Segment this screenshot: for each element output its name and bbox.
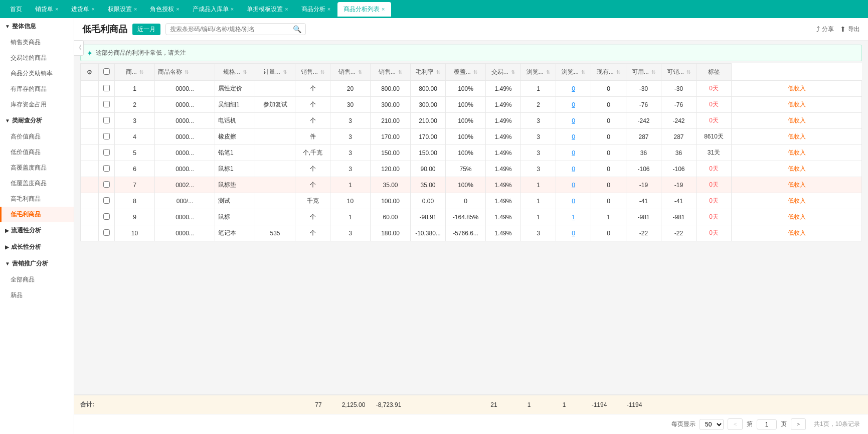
nav-permission-close[interactable]: × [134,6,137,12]
row-coverage: 1.49% [486,113,521,129]
page-number-input[interactable] [757,419,777,429]
row-view1[interactable]: 0 [556,145,591,161]
row-checkbox-1[interactable] [103,101,110,107]
row-current-stock: -106 [626,161,661,177]
row-gross-margin: 100% [446,177,486,193]
row-transaction: 3 [521,129,556,145]
row-view1[interactable]: 0 [556,225,591,241]
next-page-button[interactable]: ＞ [791,418,806,430]
row-checkbox-7[interactable] [103,197,110,204]
nav-template[interactable]: 单据模板设置 × [241,2,294,17]
row-checkbox-3[interactable] [103,133,110,139]
row-coverage: 1.49% [486,225,521,241]
row-checkbox-9[interactable] [103,229,110,236]
sidebar-group-flow[interactable]: ▶ 流通性分析 [0,222,74,239]
nav-sales-close[interactable]: × [55,6,58,12]
row-checkbox-5[interactable] [103,165,110,172]
row-settings-cell [81,209,99,225]
sidebar-group-marketing[interactable]: ▼ 营销推广分析 [0,255,74,272]
sidebar-item-sales-products[interactable]: 销售类商品 [0,35,74,50]
row-view1[interactable]: 0 [556,97,591,113]
row-checkbox-4[interactable] [103,149,110,156]
nav-sales[interactable]: 销货单 × [29,2,64,17]
sidebar-group-growth[interactable]: ▶ 成长性分析 [0,239,74,255]
col-name-header[interactable]: 商品名称 ⇅ [155,64,215,81]
col-transaction-header[interactable]: 交易... ⇅ [486,64,521,81]
table-row: 10 0000... 笔记本 535 个 3 180.00 -10,380...… [81,225,862,241]
col-sales-qty-header[interactable]: 销售... ⇅ [295,64,330,81]
sidebar-item-new-products[interactable]: 新品 [0,287,74,303]
col-gross-header[interactable]: 毛利率 ⇅ [411,64,446,81]
nav-finished-goods-close[interactable]: × [231,6,234,12]
col-settings[interactable]: ⚙ [81,64,99,81]
nav-role[interactable]: 角色授权 × [144,2,185,17]
sidebar-item-low-margin[interactable]: 低毛利商品 [0,207,74,222]
sidebar-item-all-products[interactable]: 全部商品 [0,272,74,287]
sidebar-item-in-stock[interactable]: 有库存的商品 [0,81,74,97]
col-unit-header[interactable]: 计量... ⇅ [255,64,295,81]
col-saleable-header[interactable]: 可销... ⇅ [661,64,697,81]
col-view2-header[interactable]: 浏览... ⇅ [556,64,591,81]
nav-template-close[interactable]: × [285,6,288,12]
nav-product-analysis[interactable]: 商品分析 × [295,2,336,17]
page-size-select[interactable]: 50 [700,419,724,430]
row-code: 0002... [155,177,215,193]
sidebar-item-low-coverage[interactable]: 低覆盖度商品 [0,176,74,191]
sidebar-item-high-value[interactable]: 高价值商品 [0,129,74,144]
row-check-cell [99,209,115,225]
row-checkbox-6[interactable] [103,181,110,188]
row-view2: 0 [591,97,626,113]
col-available-header[interactable]: 可用... ⇅ [626,64,661,81]
nav-product-analysis-list[interactable]: 商品分析列表 × [337,2,391,17]
sidebar-item-low-value[interactable]: 低价值商品 [0,144,74,160]
sidebar-group-category[interactable]: ▼ 类耐查分析 [0,112,74,129]
col-coverage-header[interactable]: 覆盖... ⇅ [446,64,486,81]
nav-purchase-close[interactable]: × [91,6,94,12]
row-code: 0000... [155,129,215,145]
nav-home[interactable]: 首页 [4,2,28,17]
nav-product-analysis-list-close[interactable]: × [382,6,385,12]
search-input[interactable] [170,26,293,33]
row-view1[interactable]: 1 [556,209,591,225]
row-view1[interactable]: 0 [556,193,591,209]
sidebar-item-capital[interactable]: 库存资金占用 [0,97,74,112]
share-button[interactable]: ⤴ 分享 [816,25,834,34]
nav-product-analysis-close[interactable]: × [327,6,330,12]
col-sales-amount-header[interactable]: 销售... ⇅ [371,64,411,81]
col-view1-header[interactable]: 浏览... ⇅ [521,64,556,81]
sidebar-item-high-coverage[interactable]: 高覆盖度商品 [0,160,74,176]
col-sales-price-header[interactable]: 销售... ⇅ [330,64,371,81]
sidebar-group-overview[interactable]: ▼ 整体信息 [0,18,74,35]
row-spec: 535 [255,225,295,241]
row-checkbox-0[interactable] [103,85,110,91]
row-view1[interactable]: 0 [556,81,591,97]
row-sales-qty: 1 [330,209,371,225]
total-view2: 1 [547,399,582,410]
arrow-right-icon-2: ▶ [5,244,9,250]
prev-page-button[interactable]: ＜ [728,418,743,430]
row-view1[interactable]: 0 [556,177,591,193]
nav-role-close[interactable]: × [176,6,179,12]
sidebar-item-high-margin[interactable]: 高毛利商品 [0,191,74,207]
row-checkbox-8[interactable] [103,213,110,220]
export-icon: ⬆ [840,25,846,33]
sidebar-collapse-button[interactable]: 《 [74,40,84,56]
col-check[interactable] [99,64,115,81]
row-view1[interactable]: 0 [556,129,591,145]
row-spec [255,161,295,177]
export-button[interactable]: ⬆ 导出 [840,25,860,34]
total-transaction: 21 [476,399,511,410]
filter-recent-month-button[interactable]: 近一月 [132,24,160,35]
sidebar-item-category-rate[interactable]: 商品分类助销率 [0,66,74,81]
row-checkbox-2[interactable] [103,117,110,123]
nav-purchase[interactable]: 进货单 × [65,2,100,17]
row-view1[interactable]: 0 [556,113,591,129]
sidebar-item-traded-products[interactable]: 交易过的商品 [0,50,74,66]
col-current-header[interactable]: 现有... ⇅ [591,64,626,81]
nav-finished-goods[interactable]: 产成品入库单 × [187,2,240,17]
col-code-header[interactable]: 商... ⇅ [115,64,155,81]
check-all-checkbox[interactable] [103,68,110,75]
nav-permission[interactable]: 权限设置 × [102,2,143,17]
row-view1[interactable]: 0 [556,161,591,177]
col-spec-header[interactable]: 规格... ⇅ [215,64,255,81]
